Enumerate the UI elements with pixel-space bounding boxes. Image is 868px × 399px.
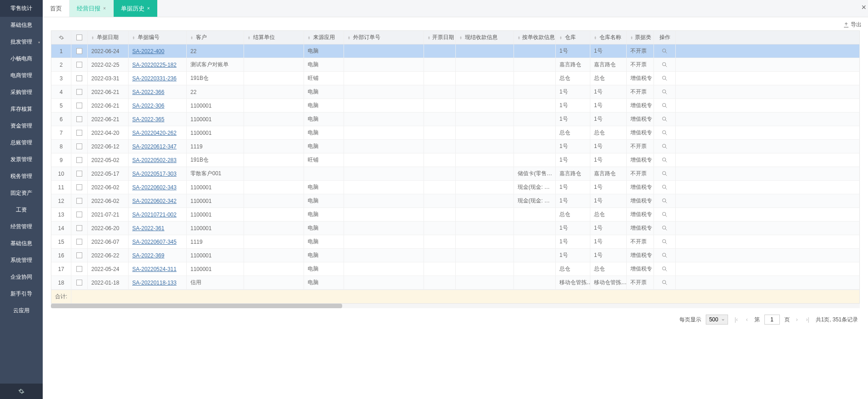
doc-no-link[interactable]: SA-2022-369: [132, 252, 165, 259]
last-page-button[interactable]: ›|: [804, 316, 811, 323]
sort-icon[interactable]: ▲▼: [190, 36, 194, 39]
sidebar-item-8[interactable]: 总账管理: [0, 134, 43, 151]
sidebar-item-16[interactable]: 企业协同: [0, 269, 43, 286]
tab-2[interactable]: 单据历史×: [114, 0, 158, 17]
doc-no-link[interactable]: SA-20220420-262: [132, 130, 176, 136]
magnifier-icon[interactable]: [662, 103, 668, 108]
sort-icon[interactable]: ▲▼: [630, 36, 633, 39]
doc-no-link[interactable]: SA-20220602-343: [132, 184, 176, 191]
sidebar-item-3[interactable]: 小畅电商: [0, 50, 43, 67]
doc-no-link[interactable]: SA-20220602-342: [132, 198, 176, 204]
sort-icon[interactable]: ▲▼: [559, 36, 563, 39]
col-header-14[interactable]: 操作: [654, 31, 676, 44]
sidebar-item-6[interactable]: 库存核算: [0, 101, 43, 118]
scrollbar-thumb[interactable]: [51, 304, 342, 308]
magnifier-icon[interactable]: [662, 157, 668, 163]
row-checkbox[interactable]: [76, 75, 82, 81]
row-checkbox[interactable]: [76, 171, 82, 177]
row-checkbox[interactable]: [76, 116, 82, 122]
sidebar-item-5[interactable]: 采购管理: [0, 84, 43, 101]
prev-page-button[interactable]: ‹: [744, 316, 750, 323]
doc-no-link[interactable]: SA-20220331-236: [132, 75, 176, 82]
sidebar-item-2[interactable]: 批发管理: [0, 34, 43, 50]
table-row[interactable]: 102022-05-17SA-20220517-303零散客户001储值卡(零售…: [51, 167, 859, 181]
col-header-0[interactable]: [51, 31, 71, 44]
sort-icon[interactable]: ▲▼: [348, 36, 351, 39]
table-row[interactable]: 62022-06-21SA-2022-3651100001电脑1号1号增值税专: [51, 113, 859, 126]
close-all-tabs-icon[interactable]: ×: [861, 3, 866, 12]
col-header-11[interactable]: ▲▼仓库: [556, 31, 590, 44]
magnifier-icon[interactable]: [662, 89, 668, 95]
doc-no-link[interactable]: SA-20220118-133: [132, 280, 176, 286]
row-checkbox[interactable]: [76, 239, 82, 245]
table-row[interactable]: 12022-06-24SA-2022-40022电脑1号1号不开票: [51, 44, 859, 58]
sidebar-item-15[interactable]: 系统管理: [0, 252, 43, 269]
magnifier-icon[interactable]: [662, 116, 668, 122]
doc-no-link[interactable]: SA-2022-366: [132, 89, 165, 95]
magnifier-icon[interactable]: [662, 225, 668, 231]
per-page-select[interactable]: 500: [706, 315, 728, 325]
sidebar-item-7[interactable]: 资金管理: [0, 118, 43, 134]
col-header-6[interactable]: ▲▼来源应用: [304, 31, 344, 44]
col-header-4[interactable]: ▲▼客户: [187, 31, 244, 44]
doc-no-link[interactable]: SA-2022-365: [132, 116, 165, 123]
doc-no-link[interactable]: SA-20220502-283: [132, 157, 176, 163]
col-header-13[interactable]: ▲▼票据类: [627, 31, 654, 44]
export-button[interactable]: 导出: [843, 21, 862, 29]
doc-no-link[interactable]: SA-2022-306: [132, 103, 165, 109]
sidebar-item-14[interactable]: 基础信息: [0, 235, 43, 252]
col-header-8[interactable]: ▲▼开票日期: [424, 31, 456, 44]
sort-icon[interactable]: ▲▼: [428, 36, 430, 39]
col-header-1[interactable]: [71, 31, 88, 44]
table-row[interactable]: 32022-03-31SA-20220331-236191B仓旺铺总仓总仓增值税…: [51, 72, 859, 85]
table-row[interactable]: 72022-04-20SA-20220420-2621100001电脑总仓总仓增…: [51, 126, 859, 140]
row-checkbox[interactable]: [76, 184, 82, 190]
table-row[interactable]: 132021-07-21SA-20210721-0021100001电脑总仓总仓…: [51, 208, 859, 222]
col-header-10[interactable]: ▲▼按单收款信息: [514, 31, 556, 44]
table-row[interactable]: 112022-06-02SA-20220602-3431100001电脑现金(现…: [51, 181, 859, 194]
tab-close-icon[interactable]: ×: [147, 6, 150, 11]
col-header-2[interactable]: ▲▼单据日期: [88, 31, 129, 44]
sidebar-item-10[interactable]: 税务管理: [0, 168, 43, 185]
sort-icon[interactable]: ▲▼: [132, 36, 136, 39]
sort-icon[interactable]: ▲▼: [459, 36, 463, 39]
row-checkbox[interactable]: [76, 143, 82, 149]
magnifier-icon[interactable]: [662, 143, 668, 149]
sidebar-item-0[interactable]: 零售统计: [0, 0, 43, 17]
sort-icon[interactable]: ▲▼: [308, 36, 311, 39]
doc-no-link[interactable]: SA-2022-361: [132, 225, 165, 232]
sidebar-item-12[interactable]: 工资: [0, 202, 43, 218]
table-row[interactable]: 142022-06-20SA-2022-3611100001电脑1号1号增值税专: [51, 222, 859, 235]
magnifier-icon[interactable]: [662, 184, 668, 190]
sort-icon[interactable]: ▲▼: [91, 36, 95, 39]
row-checkbox[interactable]: [76, 212, 82, 217]
magnifier-icon[interactable]: [662, 252, 668, 258]
magnifier-icon[interactable]: [662, 198, 668, 204]
magnifier-icon[interactable]: [662, 171, 668, 177]
table-row[interactable]: 172022-05-24SA-20220524-3111100001电脑总仓总仓…: [51, 262, 859, 276]
table-row[interactable]: 152022-06-07SA-20220607-3451119电脑1号1号不开票: [51, 235, 859, 249]
col-header-3[interactable]: ▲▼单据编号: [129, 31, 187, 44]
magnifier-icon[interactable]: [662, 212, 668, 217]
doc-no-link[interactable]: SA-20220225-182: [132, 62, 176, 68]
tab-1[interactable]: 经营日报×: [70, 0, 114, 17]
col-header-9[interactable]: ▲▼现结收款信息: [456, 31, 514, 44]
table-row[interactable]: 22022-02-25SA-20220225-182测试客户对账单电脑嘉言路仓嘉…: [51, 58, 859, 72]
table-row[interactable]: 162022-06-22SA-2022-3691100001电脑1号1号增值税专: [51, 249, 859, 262]
table-row[interactable]: 52022-06-21SA-2022-3061100001电脑1号1号增值税专: [51, 99, 859, 113]
sidebar-item-1[interactable]: 基础信息: [0, 17, 43, 34]
horizontal-scrollbar[interactable]: [51, 304, 860, 308]
sidebar-item-13[interactable]: 经营管理: [0, 218, 43, 235]
row-checkbox[interactable]: [76, 198, 82, 204]
doc-no-link[interactable]: SA-2022-400: [132, 48, 165, 54]
doc-no-link[interactable]: SA-20220607-345: [132, 239, 176, 245]
doc-no-link[interactable]: SA-20220524-311: [132, 266, 176, 272]
magnifier-icon[interactable]: [662, 75, 668, 81]
sidebar-settings[interactable]: [0, 384, 43, 399]
tab-0[interactable]: 首页: [43, 0, 70, 17]
sidebar-item-11[interactable]: 固定资产: [0, 185, 43, 202]
table-row[interactable]: 42022-06-21SA-2022-36622电脑1号1号不开票: [51, 85, 859, 99]
row-checkbox[interactable]: [76, 225, 82, 231]
tab-close-icon[interactable]: ×: [103, 6, 106, 11]
sort-icon[interactable]: ▲▼: [594, 36, 598, 39]
